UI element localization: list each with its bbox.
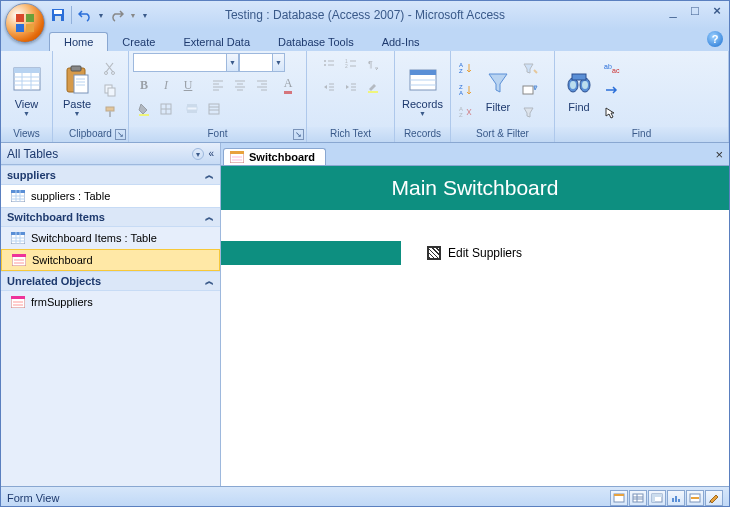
document-tab-switchboard[interactable]: Switchboard: [223, 148, 326, 165]
gridlines-menu-button[interactable]: [203, 98, 225, 120]
find-button[interactable]: Find: [559, 56, 599, 124]
status-mode: Form View: [7, 492, 59, 504]
svg-rect-44: [187, 110, 197, 113]
ribbon-group-views: View ▼ Views: [1, 51, 53, 142]
advanced-filter-button[interactable]: [519, 79, 541, 101]
find-button-label: Find: [568, 101, 589, 113]
nav-section-suppliers[interactable]: suppliers︽: [1, 165, 220, 185]
nav-item-frmsuppliers[interactable]: frmSuppliers: [1, 291, 220, 313]
status-bar: Form View: [1, 486, 729, 507]
svg-point-50: [324, 64, 326, 66]
nav-pane-header[interactable]: All Tables ▾ «: [1, 143, 220, 165]
goto-button[interactable]: [601, 79, 623, 101]
nav-item-switchboard-table[interactable]: Switchboard Items : Table: [1, 227, 220, 249]
design-view-shortcut[interactable]: [705, 490, 723, 506]
nav-item-suppliers-table[interactable]: suppliers : Table: [1, 185, 220, 207]
nav-pane-title: All Tables: [7, 147, 58, 161]
toggle-filter-icon: [521, 105, 539, 119]
italic-button[interactable]: I: [155, 74, 177, 96]
svg-rect-114: [652, 494, 662, 497]
tab-add-ins[interactable]: Add-Ins: [368, 33, 434, 51]
nav-collapse-icon[interactable]: «: [208, 148, 214, 160]
sort-desc-button[interactable]: ZA: [455, 79, 477, 101]
help-button[interactable]: ?: [707, 31, 723, 47]
qat-undo-button[interactable]: [76, 5, 94, 25]
qat-save-button[interactable]: [49, 5, 67, 25]
qat-redo-button[interactable]: [108, 5, 126, 25]
layout-view-shortcut[interactable]: [686, 490, 704, 506]
replace-button[interactable]: abac: [601, 57, 623, 79]
switchboard-row: Edit Suppliers: [221, 238, 729, 268]
clear-sort-button[interactable]: AZ: [455, 101, 477, 123]
highlight-button[interactable]: [362, 76, 384, 98]
form-view-shortcut[interactable]: [610, 490, 628, 506]
svg-rect-74: [523, 86, 533, 94]
svg-rect-15: [71, 66, 81, 71]
tab-database-tools[interactable]: Database Tools: [264, 33, 368, 51]
copy-button[interactable]: [99, 79, 121, 101]
view-button[interactable]: View ▼: [5, 56, 48, 124]
pivotchart-view-shortcut[interactable]: [667, 490, 685, 506]
minimize-button[interactable]: _: [665, 5, 681, 19]
align-right-button[interactable]: [251, 74, 273, 96]
selection-filter-button[interactable]: [519, 57, 541, 79]
font-size-dropdown[interactable]: ▼: [273, 53, 285, 72]
close-window-button[interactable]: ×: [709, 5, 725, 19]
gridlines-button[interactable]: [155, 98, 177, 120]
nav-item-switchboard-form[interactable]: Switchboard: [1, 249, 220, 271]
qat-redo-dropdown[interactable]: ▼: [128, 5, 138, 25]
toggle-filter-button[interactable]: [519, 101, 541, 123]
font-size-input[interactable]: [239, 53, 273, 72]
align-right-icon: [255, 78, 269, 92]
nav-item-label: Switchboard: [32, 254, 93, 266]
underline-button[interactable]: U: [177, 74, 199, 96]
cut-button[interactable]: [99, 57, 121, 79]
datasheet-view-icon: [12, 66, 42, 94]
nav-item-label: suppliers : Table: [31, 190, 110, 202]
fill-color-button[interactable]: [133, 98, 155, 120]
paste-button[interactable]: Paste ▼: [57, 56, 97, 124]
undo-icon: [78, 8, 92, 22]
records-button[interactable]: Records ▼: [399, 56, 446, 124]
font-color-button[interactable]: A: [277, 74, 299, 96]
switchboard-item-label: Edit Suppliers: [448, 246, 522, 260]
align-left-button[interactable]: [207, 74, 229, 96]
dialog-launcher-icon[interactable]: ↘: [115, 129, 126, 140]
text-direction-button[interactable]: ¶: [362, 53, 384, 75]
sort-asc-button[interactable]: AZ: [455, 57, 477, 79]
font-name-input[interactable]: [133, 53, 227, 72]
office-button[interactable]: [5, 3, 45, 43]
nav-section-unrelated[interactable]: Unrelated Objects︽: [1, 271, 220, 291]
quick-access-toolbar: ▼ ▼ ▼: [49, 5, 150, 25]
increase-indent-button[interactable]: [340, 76, 362, 98]
alt-fill-button[interactable]: [181, 98, 203, 120]
bold-button[interactable]: B: [133, 74, 155, 96]
close-tab-button[interactable]: ×: [715, 147, 723, 162]
align-center-button[interactable]: [229, 74, 251, 96]
dialog-launcher-icon[interactable]: ↘: [293, 129, 304, 140]
bullets-button[interactable]: [318, 53, 340, 75]
filter-button[interactable]: Filter: [479, 56, 517, 124]
font-name-dropdown[interactable]: ▼: [227, 53, 239, 72]
svg-rect-115: [672, 498, 674, 502]
qat-customize-dropdown[interactable]: ▼: [140, 5, 150, 25]
qat-undo-dropdown[interactable]: ▼: [96, 5, 106, 25]
svg-rect-104: [232, 156, 242, 158]
svg-rect-97: [14, 262, 24, 264]
nav-dropdown-icon[interactable]: ▾: [192, 148, 204, 160]
decrease-indent-button[interactable]: [318, 76, 340, 98]
tab-create[interactable]: Create: [108, 33, 169, 51]
pivottable-view-shortcut[interactable]: [648, 490, 666, 506]
numbering-button[interactable]: 12: [340, 53, 362, 75]
svg-text:Z: Z: [459, 68, 463, 74]
tab-home[interactable]: Home: [49, 32, 108, 51]
svg-rect-89: [11, 232, 25, 235]
datasheet-view-shortcut[interactable]: [629, 490, 647, 506]
svg-rect-3: [26, 24, 34, 32]
format-painter-button[interactable]: [99, 101, 121, 123]
nav-section-switchboard-items[interactable]: Switchboard Items︽: [1, 207, 220, 227]
tab-external-data[interactable]: External Data: [169, 33, 264, 51]
restore-button[interactable]: □: [687, 5, 703, 19]
select-button[interactable]: [601, 101, 623, 123]
switchboard-item-button[interactable]: [427, 246, 441, 260]
